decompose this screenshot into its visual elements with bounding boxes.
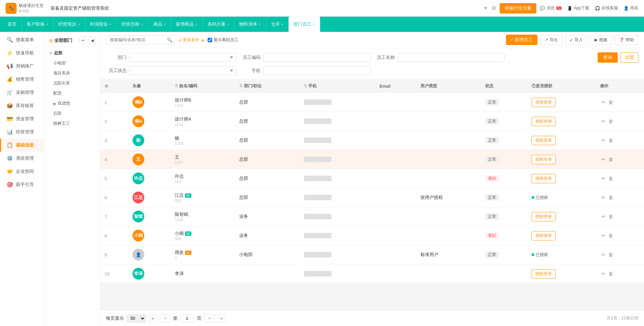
add-employee-btn[interactable]: + 新增员工 <box>506 35 537 45</box>
auth-login-btn[interactable]: 授权登录 <box>532 174 556 183</box>
app-download-btn[interactable]: 📱 App下载 <box>567 5 589 11</box>
first-page-btn[interactable]: « <box>148 315 157 322</box>
sidebar-item-基础信息[interactable]: 📋基础信息 <box>0 139 45 152</box>
navtab-商品[interactable]: 商品 × <box>148 17 171 32</box>
show-resigned-label[interactable]: 显示离职员工 <box>208 37 238 43</box>
navtab-部门员工[interactable]: 部门员工 × <box>289 17 320 32</box>
sidebar-item-经营管理[interactable]: 📊经营管理 <box>0 125 45 139</box>
phone-input[interactable] <box>263 66 370 75</box>
navtab-物料清单[interactable]: 物料清单 × <box>234 17 266 32</box>
search-input[interactable] <box>106 35 175 44</box>
delete-btn[interactable]: 🗑 <box>607 118 615 125</box>
dept-item-双虑想[interactable]: ▶双虑想 <box>45 98 100 108</box>
close-icon[interactable]: × <box>109 22 111 26</box>
show-resigned-checkbox[interactable] <box>208 38 212 42</box>
settings-icon[interactable]: ⚙ <box>491 5 496 11</box>
import-btn[interactable]: ↙ 导入 <box>565 35 587 45</box>
sidebar-item-库存核算[interactable]: 📦库存核算 <box>0 99 45 112</box>
emp-name-input[interactable] <box>398 53 505 62</box>
dept-item-项目库房[interactable]: 项目库房 <box>45 68 100 78</box>
edit-btn[interactable]: ✏ <box>600 194 607 201</box>
navtab-经营历程[interactable]: 经营历程 × <box>117 17 148 32</box>
auth-login-btn[interactable]: 授权登录 <box>532 269 556 279</box>
close-icon[interactable]: × <box>141 22 143 26</box>
auth-login-btn[interactable]: 授权登录 <box>532 212 556 221</box>
navtab-客户联络[interactable]: 客户联络 × <box>22 17 53 32</box>
dept-item-配货[interactable]: 配货 <box>45 88 100 98</box>
dept-item-总部[interactable]: ▼总部 <box>45 48 100 58</box>
edit-btn[interactable]: ✏ <box>600 99 607 106</box>
dept-item-沈阳大库[interactable]: 沈阳大库 <box>45 78 100 88</box>
emp-code-input[interactable] <box>263 53 370 62</box>
sidebar-item-新手引导[interactable]: 🎯新手引导 <box>0 178 45 191</box>
delete-btn[interactable]: 🗑 <box>607 251 615 258</box>
close-icon[interactable]: × <box>281 22 283 26</box>
edit-btn[interactable]: ✏ <box>600 175 607 182</box>
navtab-仓库[interactable]: 仓库 × <box>266 17 289 32</box>
sidebar-item-企业协同[interactable]: 🤝企业协同 <box>0 165 45 178</box>
close-icon[interactable]: × <box>195 22 197 26</box>
sidebar-item-营销推广[interactable]: 📢营销推广 <box>0 60 45 73</box>
video-btn[interactable]: ▶ 视频 <box>590 35 612 45</box>
dropdown-icon[interactable]: ▼ <box>483 6 488 11</box>
navtab-条码方案[interactable]: 条码方案 × <box>203 17 234 32</box>
auth-login-btn[interactable]: 授权登录 <box>532 155 556 164</box>
search-btn[interactable]: 查询 <box>598 52 618 63</box>
navtab-经营情况[interactable]: 经营情况 × <box>53 17 85 32</box>
close-icon[interactable]: × <box>258 22 261 26</box>
close-icon[interactable]: × <box>227 22 229 26</box>
next-page-btn[interactable]: ＞ <box>204 314 215 323</box>
last-page-btn[interactable]: » <box>217 315 226 322</box>
auth-login-btn[interactable]: 授权登录 <box>532 136 556 145</box>
delete-btn[interactable]: 🗑 <box>607 194 615 201</box>
close-icon[interactable]: × <box>78 22 80 26</box>
auth-login-btn[interactable]: 授权登录 <box>532 231 556 240</box>
col-header-gear[interactable]: ⚙ <box>100 80 128 93</box>
navtab-首页[interactable]: 首页 <box>3 17 22 32</box>
setting-btn[interactable]: 设置 <box>620 52 638 63</box>
sidebar-item-搜索菜单[interactable]: 🔍搜索菜单 <box>0 33 45 46</box>
user-btn[interactable]: 👤 用友 <box>624 5 638 11</box>
delete-btn[interactable]: 🗑 <box>607 270 615 277</box>
sidebar-item-资金管理[interactable]: 💳资金管理 <box>0 112 45 125</box>
export-btn[interactable]: ↗ 导出 <box>540 35 562 45</box>
more-filter-btn[interactable]: ⊿ 更多条件 ▲ <box>178 37 205 43</box>
close-icon[interactable]: × <box>46 22 48 26</box>
sidebar-item-采购管理[interactable]: 🛒采购管理 <box>0 86 45 99</box>
delete-btn[interactable]: 🗑 <box>607 156 615 163</box>
edit-btn[interactable]: ✏ <box>600 156 607 163</box>
edit-btn[interactable]: ✏ <box>600 232 607 239</box>
dept-item-小电部[interactable]: 小电部 <box>45 58 100 68</box>
prev-page-btn[interactable]: ＜ <box>160 314 170 323</box>
edit-btn[interactable]: ✏ <box>600 270 607 277</box>
dept-item-植树王三[interactable]: 植树王三 <box>45 118 100 129</box>
delete-btn[interactable]: 🗑 <box>607 213 615 220</box>
navtab-利润报告[interactable]: 利润报告 × <box>85 17 117 32</box>
gear-icon[interactable]: ⚙ <box>105 84 108 89</box>
auth-login-btn[interactable]: 授权登录 <box>532 98 556 107</box>
dept-select[interactable] <box>129 53 236 62</box>
close-icon[interactable]: × <box>313 22 315 26</box>
online-service-btn[interactable]: 🎧 在线客服 <box>595 5 618 11</box>
dept-edit-btn[interactable]: ✏ <box>79 37 87 44</box>
auth-login-btn[interactable]: 授权登录 <box>532 117 556 126</box>
edit-btn[interactable]: ✏ <box>600 213 607 220</box>
navtab-新增商品[interactable]: 新增商品 × <box>171 17 202 32</box>
help-btn[interactable]: ❓ 帮助 <box>615 35 638 45</box>
per-page-select[interactable]: 50 100 <box>127 314 146 323</box>
sidebar-item-快速导航[interactable]: ⚡快速导航 <box>0 46 45 60</box>
trial-button[interactable]: 体验行业方案 <box>500 3 536 14</box>
edit-btn[interactable]: ✏ <box>600 251 607 258</box>
edit-btn[interactable]: ✏ <box>600 118 607 125</box>
delete-btn[interactable]: 🗑 <box>607 99 615 106</box>
delete-btn[interactable]: 🗑 <box>607 232 615 239</box>
dept-collapse-btn[interactable]: ◀ <box>88 37 96 44</box>
sidebar-item-系统管理[interactable]: ⚙️系统管理 <box>0 152 45 165</box>
sidebar-item-销售管理[interactable]: 💰销售管理 <box>0 73 45 86</box>
close-icon[interactable]: × <box>164 22 166 26</box>
delete-btn[interactable]: 🗑 <box>607 175 615 182</box>
dept-item-总部[interactable]: 总部 <box>45 108 100 118</box>
emp-status-select[interactable] <box>129 66 236 75</box>
delete-btn[interactable]: 🗑 <box>607 137 615 144</box>
page-input[interactable] <box>180 315 194 322</box>
